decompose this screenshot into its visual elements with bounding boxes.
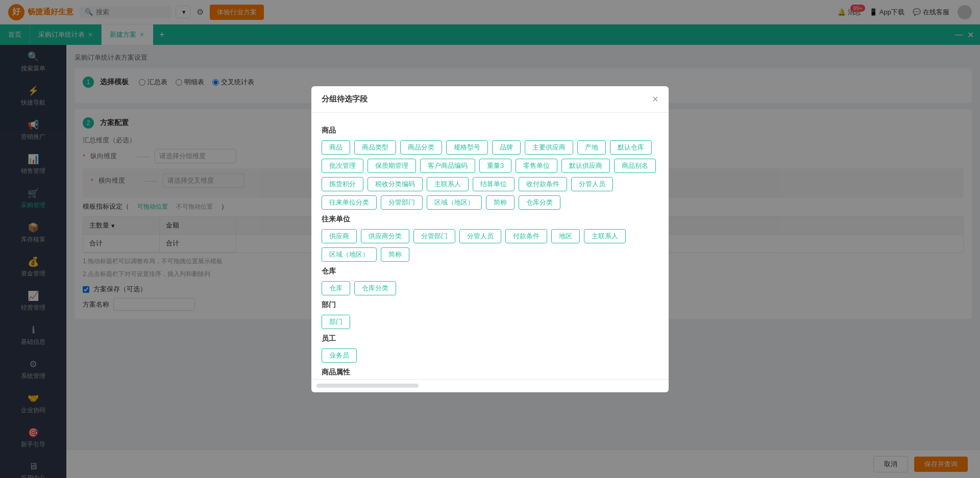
field-tag[interactable]: 拣货积分 [322, 177, 363, 191]
section-title-product-attr: 商品属性 [322, 368, 658, 377]
field-tag[interactable]: 业务员 [322, 348, 357, 363]
section-title-product: 商品 [322, 126, 658, 135]
field-tag[interactable]: 分管部门 [381, 195, 423, 210]
field-tag[interactable]: 付款条件 [505, 229, 547, 243]
field-tag[interactable]: 默认供应商 [561, 159, 610, 173]
section-title-partner: 往来单位 [322, 215, 658, 224]
product-fields: 商品商品类型商品分类规格型号品牌主要供应商产地默认仓库批次管理保质期管理客户商品… [322, 140, 658, 210]
field-tag[interactable]: 税收分类编码 [368, 177, 423, 191]
field-tag[interactable]: 品牌 [492, 140, 521, 155]
field-tag[interactable]: 区域（地区） [322, 247, 377, 262]
field-tag[interactable]: 主要供应商 [525, 140, 573, 155]
modal-body: 商品 商品商品类型商品分类规格型号品牌主要供应商产地默认仓库批次管理保质期管理客… [311, 113, 669, 380]
field-tag[interactable]: 商品分类 [400, 140, 442, 155]
field-tag[interactable]: 保质期管理 [368, 159, 416, 173]
field-tag[interactable]: 部门 [322, 315, 350, 329]
field-tag[interactable]: 分管部门 [413, 229, 455, 243]
field-tag[interactable]: 仓库分类 [519, 195, 560, 210]
field-tag[interactable]: 规格型号 [446, 140, 488, 155]
modal-footer [311, 379, 669, 392]
field-tag[interactable]: 商品别名 [614, 159, 656, 173]
modal-dialog: 分组待选字段 ✕ 商品 商品商品类型商品分类规格型号品牌主要供应商产地默认仓库批… [311, 86, 669, 392]
staff-fields: 业务员 [322, 348, 658, 363]
warehouse-fields: 仓库仓库分类 [322, 281, 658, 295]
partner-fields: 供应商供应商分类分管部门分管人员付款条件地区主联系人区域（地区）简称 [322, 229, 658, 262]
field-tag[interactable]: 产地 [577, 140, 606, 155]
field-tag[interactable]: 往来单位分类 [322, 195, 377, 210]
modal-close-icon[interactable]: ✕ [652, 94, 658, 104]
field-tag[interactable]: 结算单位 [473, 177, 514, 191]
section-title-staff: 员工 [322, 334, 658, 343]
dept-fields: 部门 [322, 315, 658, 329]
field-tag[interactable]: 简称 [381, 247, 409, 262]
field-tag[interactable]: 默认仓库 [610, 140, 652, 155]
field-tag[interactable]: 收付款条件 [519, 177, 567, 191]
field-tag[interactable]: 供应商分类 [361, 229, 409, 243]
section-title-warehouse: 仓库 [322, 267, 658, 276]
field-tag[interactable]: 商品 [322, 140, 350, 155]
field-tag[interactable]: 简称 [486, 195, 514, 210]
field-tag[interactable]: 分管人员 [459, 229, 501, 243]
horizontal-scrollbar[interactable] [316, 384, 419, 388]
field-tag[interactable]: 重量3 [479, 159, 511, 173]
field-tag[interactable]: 批次管理 [322, 159, 363, 173]
field-tag[interactable]: 供应商 [322, 229, 357, 243]
field-tag[interactable]: 商品类型 [354, 140, 396, 155]
modal-header: 分组待选字段 ✕ [311, 86, 669, 113]
field-tag[interactable]: 仓库 [322, 281, 350, 295]
modal-overlay[interactable]: 分组待选字段 ✕ 商品 商品商品类型商品分类规格型号品牌主要供应商产地默认仓库批… [0, 0, 980, 478]
modal-title: 分组待选字段 [322, 94, 368, 104]
field-tag[interactable]: 区域（地区） [427, 195, 482, 210]
field-tag[interactable]: 分管人员 [571, 177, 613, 191]
section-title-dept: 部门 [322, 300, 658, 310]
field-tag[interactable]: 零售单位 [516, 159, 557, 173]
field-tag[interactable]: 主联系人 [427, 177, 469, 191]
field-tag[interactable]: 仓库分类 [354, 281, 396, 295]
field-tag[interactable]: 地区 [551, 229, 580, 243]
field-tag[interactable]: 客户商品编码 [420, 159, 475, 173]
field-tag[interactable]: 主联系人 [584, 229, 626, 243]
